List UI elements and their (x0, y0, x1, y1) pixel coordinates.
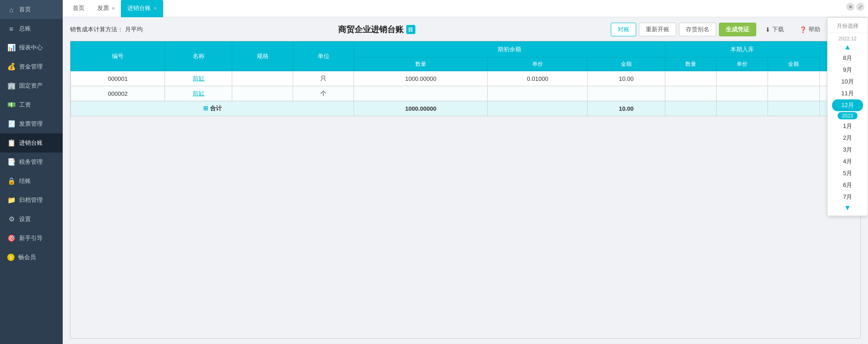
cell-spec (232, 71, 293, 86)
col-header-name: 名称 (165, 42, 232, 71)
col-header-price-in: 单价 (716, 58, 768, 71)
total-icon: ⊞ (203, 105, 208, 112)
reopen-button[interactable]: 重新开账 (639, 23, 676, 36)
sidebar-item-label: 工资 (19, 101, 31, 109)
download-icon: ⬇ (765, 26, 770, 33)
sidebar: ⌂ 首页 ≡ 总账 📊 报表中心 💰 资金管理 🏢 固定资产 💵 工资 🧾 发票… (0, 0, 63, 344)
cell-name[interactable]: 前缸 (165, 71, 232, 86)
sidebar-item-home[interactable]: ⌂ 首页 (0, 0, 63, 19)
sidebar-item-label: 资金管理 (19, 63, 43, 71)
invoice-icon: 🧾 (7, 120, 15, 128)
sidebar-item-ledger[interactable]: ≡ 总账 (0, 19, 63, 38)
tab-purchase[interactable]: 进销台账 × (121, 0, 163, 17)
month-item-12[interactable]: 12月 (832, 99, 863, 111)
month-item-11[interactable]: 11月 (828, 88, 868, 99)
month-item-7[interactable]: 7月 (828, 191, 868, 203)
close-button[interactable]: ✕ (846, 3, 854, 11)
month-panel-year: 2022.12 (828, 35, 868, 42)
sidebar-item-label: 税务管理 (19, 158, 43, 166)
col-header-unit: 单位 (293, 42, 354, 71)
sidebar-item-label: 固定资产 (19, 82, 43, 90)
cell-amount-begin: 10.00 (588, 71, 665, 86)
sidebar-item-label: 发票管理 (19, 120, 43, 128)
total-label: ⊞合计 (71, 101, 354, 116)
help-label: 帮助 (808, 25, 820, 34)
month-item-9[interactable]: 9月 (828, 64, 868, 76)
sidebar-item-settings[interactable]: ⚙ 设置 (0, 210, 63, 229)
sidebar-item-member[interactable]: V 畅会员 (0, 248, 63, 267)
cell-code: 000001 (71, 71, 165, 86)
tab-invoice[interactable]: 发票 × (91, 0, 121, 17)
sidebar-item-closing[interactable]: 🔒 结账 (0, 172, 63, 191)
col-header-amount-begin: 金额 (588, 58, 665, 71)
month-item-3[interactable]: 3月 (828, 144, 868, 156)
page-title: 商贸企业进销台账 目 (338, 24, 415, 35)
sidebar-item-assets[interactable]: 🏢 固定资产 (0, 76, 63, 95)
month-item-8[interactable]: 8月 (828, 52, 868, 64)
col-header-code: 编号 (71, 42, 165, 71)
tab-home[interactable]: 首页 (66, 0, 91, 17)
total-amount-in (768, 101, 819, 116)
sidebar-item-finance[interactable]: 💰 资金管理 (0, 57, 63, 76)
sidebar-item-label: 首页 (19, 5, 31, 14)
tab-bar: 首页 发票 × 进销台账 × (63, 0, 868, 17)
cell-unit: 个 (293, 86, 354, 101)
generate-voucher-button[interactable]: 生成凭证 (719, 23, 756, 36)
sidebar-item-label: 进销台账 (19, 139, 43, 147)
title-bar: 销售成本计算方法： 月平均 商贸企业进销台账 目 对账 重新开账 存货别名 生成… (70, 23, 861, 36)
sidebar-item-label: 结账 (19, 177, 31, 185)
cell-price-begin: 0.01000 (488, 71, 588, 86)
sidebar-item-label: 归档管理 (19, 196, 43, 204)
title-info-icon[interactable]: 目 (406, 25, 415, 34)
cell-name[interactable]: 前缸 (165, 86, 232, 101)
data-table-wrapper: 编号 名称 规格 单位 期初余额 本期入库 数 数量 单价 金额 数量 单价 (70, 41, 861, 339)
month-item-10[interactable]: 10月 (828, 76, 868, 88)
cost-method-label: 销售成本计算方法： (70, 26, 123, 33)
tab-purchase-close[interactable]: × (154, 5, 156, 11)
cell-price-in (716, 71, 768, 86)
sidebar-item-report[interactable]: 📊 报表中心 (0, 38, 63, 57)
tab-invoice-close[interactable]: × (112, 5, 115, 11)
sidebar-item-purchase[interactable]: 📋 进销台账 (0, 133, 63, 152)
sidebar-item-label: 畅会员 (18, 253, 36, 261)
total-qty-in (665, 101, 716, 116)
cell-price-begin (488, 86, 588, 101)
sidebar-item-label: 设置 (19, 215, 31, 223)
tab-purchase-label: 进销台账 (127, 4, 151, 12)
cost-method: 销售成本计算方法： 月平均 (70, 25, 143, 34)
download-button[interactable]: ⬇ 下载 (759, 23, 790, 36)
maximize-button[interactable]: ⤢ (856, 3, 864, 11)
cell-qty-begin: 1000.00000 (354, 71, 488, 86)
month-item-6[interactable]: 6月 (828, 179, 868, 191)
month-item-5[interactable]: 5月 (828, 167, 868, 179)
table-row: 000002 前缸 个 (71, 86, 860, 101)
month-item-4[interactable]: 4月 (828, 156, 868, 167)
home-icon: ⌂ (7, 6, 15, 14)
col-header-price-begin: 单价 (488, 58, 588, 71)
sidebar-item-label: 报表中心 (19, 44, 43, 52)
sidebar-item-label: 总账 (19, 25, 31, 33)
save-alias-button[interactable]: 存货别名 (679, 23, 716, 36)
sidebar-item-archive[interactable]: 📁 归档管理 (0, 191, 63, 210)
settings-icon: ⚙ (7, 215, 15, 223)
sidebar-item-salary[interactable]: 💵 工资 (0, 95, 63, 114)
month-item-1[interactable]: 1月 (828, 120, 868, 132)
sidebar-item-invoice[interactable]: 🧾 发票管理 (0, 114, 63, 133)
total-price-begin (488, 101, 588, 116)
month-scroll-down[interactable]: ▼ (828, 203, 868, 213)
col-header-spec: 规格 (232, 42, 293, 71)
cell-amount-in (768, 71, 819, 86)
sidebar-item-guide[interactable]: 🎯 新手引导 (0, 229, 63, 248)
col-header-amount-in: 金额 (768, 58, 819, 71)
table-row: 000001 前缸 只 1000.00000 0.01000 10.00 (71, 71, 860, 86)
month-item-2[interactable]: 2月 (828, 132, 868, 144)
closing-icon: 🔒 (7, 177, 15, 185)
month-scroll-up[interactable]: ▲ (828, 42, 868, 52)
window-controls: ✕ ⤢ (843, 0, 868, 14)
sidebar-item-tax[interactable]: 📑 税务管理 (0, 152, 63, 172)
help-button[interactable]: ❓ 帮助 (793, 23, 827, 36)
reconcile-button[interactable]: 对账 (611, 23, 636, 36)
col-header-period-in: 本期入库 (665, 42, 819, 58)
tax-icon: 📑 (7, 158, 15, 166)
salary-icon: 💵 (7, 101, 15, 109)
